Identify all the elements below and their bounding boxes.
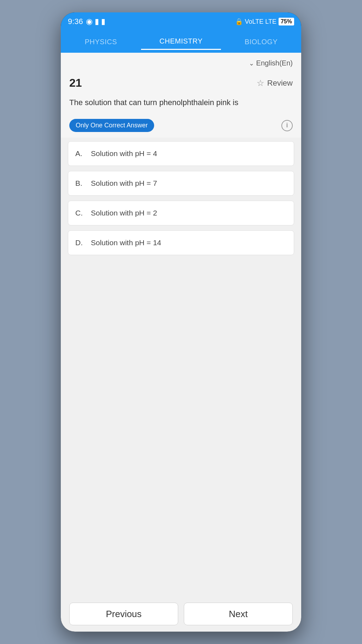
time-display: 9:36 bbox=[68, 17, 83, 26]
review-button[interactable]: ☆ Review bbox=[257, 78, 293, 88]
signal-strength: VoLTE LTE bbox=[245, 18, 276, 25]
answer-type-row: Only One Correct Answer i bbox=[61, 115, 301, 138]
bottom-nav: Previous Next bbox=[61, 596, 301, 632]
question-text: The solution that can turn phenolphthale… bbox=[61, 93, 301, 115]
status-left: 9:36 ◉ ▮ ▮ bbox=[68, 17, 105, 26]
tab-biology[interactable]: BIOLOGY bbox=[221, 34, 301, 50]
next-button[interactable]: Next bbox=[184, 603, 293, 625]
review-label: Review bbox=[267, 79, 293, 88]
previous-button[interactable]: Previous bbox=[69, 603, 178, 625]
option-d-label: D. bbox=[75, 238, 86, 247]
answer-type-badge: Only One Correct Answer bbox=[69, 119, 154, 132]
tab-bar: PHYSICS CHEMISTRY BIOLOGY bbox=[61, 31, 301, 53]
status-icons: ◉ ▮ ▮ bbox=[86, 17, 105, 26]
option-a-text: Solution with pH = 4 bbox=[91, 149, 157, 158]
lock-icon: 🔒 bbox=[235, 18, 243, 25]
content-area: ⌄ English(En) 21 ☆ Review The solution t… bbox=[61, 53, 301, 596]
option-b-text: Solution with pH = 7 bbox=[91, 179, 157, 188]
battery-indicator: 75% bbox=[279, 18, 294, 25]
info-icon[interactable]: i bbox=[281, 120, 293, 131]
status-right: 🔒 VoLTE LTE 75% bbox=[235, 18, 294, 25]
status-bar: 9:36 ◉ ▮ ▮ 🔒 VoLTE LTE 75% bbox=[61, 12, 301, 31]
option-a-label: A. bbox=[75, 149, 86, 158]
empty-space bbox=[61, 259, 301, 329]
option-b-label: B. bbox=[75, 179, 86, 188]
options-area: A. Solution with pH = 4 B. Solution with… bbox=[61, 138, 301, 259]
option-d[interactable]: D. Solution with pH = 14 bbox=[68, 230, 294, 255]
option-c-text: Solution with pH = 2 bbox=[91, 209, 157, 217]
phone-container: 9:36 ◉ ▮ ▮ 🔒 VoLTE LTE 75% PHYSICS CHEMI… bbox=[61, 12, 301, 632]
question-header: 21 ☆ Review bbox=[61, 71, 301, 93]
tab-chemistry[interactable]: CHEMISTRY bbox=[141, 34, 221, 50]
language-label: English(En) bbox=[256, 59, 293, 67]
question-number: 21 bbox=[69, 76, 82, 90]
language-row: ⌄ English(En) bbox=[61, 53, 301, 71]
option-b[interactable]: B. Solution with pH = 7 bbox=[68, 171, 294, 196]
star-icon: ☆ bbox=[257, 78, 264, 88]
option-c[interactable]: C. Solution with pH = 2 bbox=[68, 201, 294, 225]
option-a[interactable]: A. Solution with pH = 4 bbox=[68, 141, 294, 166]
language-selector[interactable]: ⌄ English(En) bbox=[249, 59, 293, 67]
option-c-label: C. bbox=[75, 209, 86, 217]
chevron-down-icon: ⌄ bbox=[249, 59, 254, 67]
tab-physics[interactable]: PHYSICS bbox=[61, 34, 141, 50]
option-d-text: Solution with pH = 14 bbox=[91, 238, 161, 247]
